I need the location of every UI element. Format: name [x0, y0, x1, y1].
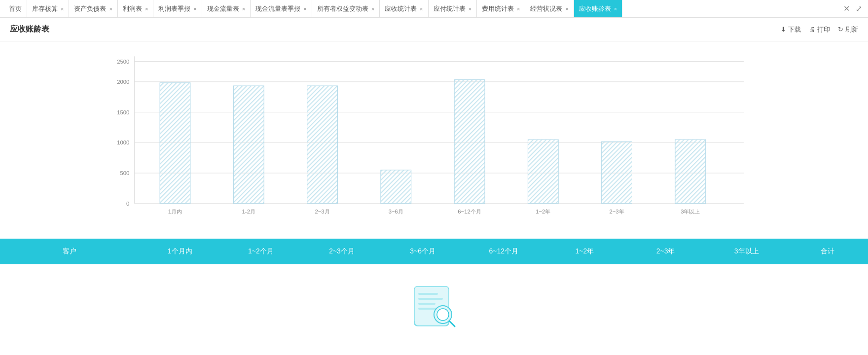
tab-ar-aging[interactable]: 应收账龄表 ×	[574, 0, 622, 18]
bar-1-2-year	[528, 140, 558, 204]
close-tab-expense-stat[interactable]: ×	[517, 6, 520, 12]
tab-equity[interactable]: 所有者权益变动表 ×	[312, 0, 380, 18]
tab-balance[interactable]: 资产负债表 ×	[69, 0, 117, 18]
close-window-button[interactable]: ✕	[841, 2, 852, 15]
page-title: 应收账龄表	[10, 24, 49, 35]
close-tab-ar-stat[interactable]: ×	[420, 6, 423, 12]
tab-profit[interactable]: 利润表 ×	[118, 0, 153, 18]
svg-text:1-2月: 1-2月	[242, 209, 255, 214]
close-tab-cashflow[interactable]: ×	[242, 6, 245, 12]
svg-text:2~3月: 2~3月	[315, 209, 329, 214]
svg-text:2~3年: 2~3年	[609, 209, 624, 214]
empty-state	[0, 264, 868, 348]
svg-text:2500: 2500	[117, 59, 129, 65]
bar-2-3-year	[602, 142, 632, 204]
close-tab-inventory[interactable]: ×	[61, 6, 64, 12]
bar-2-3-month	[307, 86, 338, 204]
empty-state-icon	[404, 279, 464, 333]
svg-text:1月内: 1月内	[168, 209, 182, 214]
col-6-12month: 6~12个月	[463, 247, 544, 256]
tab-cashflow-quarterly[interactable]: 现金流量表季报 ×	[251, 0, 312, 18]
col-1-2year: 1~2年	[544, 247, 625, 256]
bar-6-12-month	[454, 80, 485, 204]
bar-1-2-month	[233, 86, 264, 204]
tab-ap-stat[interactable]: 应付统计表 ×	[429, 0, 477, 18]
print-icon: 🖨	[809, 26, 815, 33]
svg-rect-24	[418, 298, 443, 300]
close-tab-ap-stat[interactable]: ×	[469, 6, 471, 12]
col-1-2month: 1~2个月	[220, 247, 301, 256]
close-tab-profit[interactable]: ×	[145, 6, 148, 12]
svg-text:3~6月: 3~6月	[389, 209, 403, 214]
svg-rect-23	[418, 293, 438, 295]
chart-svg-wrapper: 0 500 1000 1500 2000 2500 1月内 1-2月	[20, 51, 848, 224]
print-button[interactable]: 🖨 打印	[809, 25, 830, 34]
col-2-3year: 2~3年	[625, 247, 706, 256]
bar-3-6-month	[381, 170, 411, 204]
close-tab-ar-aging[interactable]: ×	[614, 6, 617, 12]
svg-text:1500: 1500	[117, 109, 129, 115]
bar-3-plus-year	[675, 140, 706, 204]
svg-text:1000: 1000	[117, 140, 129, 145]
download-icon: ⬇	[781, 26, 786, 33]
tab-ar-stat[interactable]: 应收统计表 ×	[380, 0, 428, 18]
col-customer: 客户	[0, 247, 140, 256]
svg-text:6~12个月: 6~12个月	[458, 209, 481, 214]
svg-rect-25	[418, 303, 435, 305]
download-button[interactable]: ⬇ 下载	[781, 25, 801, 34]
svg-text:500: 500	[120, 170, 129, 176]
tab-cashflow[interactable]: 现金流量表 ×	[202, 0, 251, 18]
chart-area: 0 500 1000 1500 2000 2500 1月内 1-2月	[0, 41, 868, 239]
col-3plus-year: 3年以上	[706, 247, 787, 256]
col-2-3month: 2~3个月	[301, 247, 382, 256]
close-tab-equity[interactable]: ×	[371, 6, 374, 12]
main-content: 0 500 1000 1500 2000 2500 1月内 1-2月	[0, 41, 868, 355]
tab-inventory[interactable]: 库存核算 ×	[27, 0, 69, 18]
close-tab-balance[interactable]: ×	[109, 6, 112, 12]
col-3-6month: 3~6个月	[382, 247, 463, 256]
col-1month: 1个月内	[140, 247, 220, 256]
svg-text:1~2年: 1~2年	[536, 209, 550, 214]
header-actions: ⬇ 下载 🖨 打印 ↻ 刷新	[781, 25, 858, 34]
bar-1-month	[160, 83, 190, 204]
table-header: 客户 1个月内 1~2个月 2~3个月 3~6个月 6~12个月 1~2年 2~…	[0, 239, 868, 264]
col-total: 合计	[787, 247, 868, 256]
tab-bar: 首页 库存核算 × 资产负债表 × 利润表 × 利润表季报 × 现金流量表 × …	[0, 0, 868, 18]
svg-text:2000: 2000	[117, 79, 129, 85]
maximize-window-button[interactable]: ⤢	[854, 2, 864, 15]
close-tab-profit-quarterly[interactable]: ×	[193, 6, 196, 12]
svg-point-28	[437, 309, 449, 320]
bar-chart: 0 500 1000 1500 2000 2500 1月内 1-2月	[20, 51, 848, 224]
tab-operations[interactable]: 经营状况表 ×	[525, 0, 574, 18]
svg-text:3年以上: 3年以上	[681, 209, 700, 214]
refresh-icon: ↻	[838, 26, 843, 33]
tab-home[interactable]: 首页	[4, 0, 27, 18]
svg-text:0: 0	[126, 201, 129, 207]
svg-line-29	[449, 321, 455, 326]
page-header: 应收账龄表 ⬇ 下载 🖨 打印 ↻ 刷新	[0, 18, 868, 41]
tab-expense-stat[interactable]: 费用统计表 ×	[477, 0, 525, 18]
close-tab-cashflow-quarterly[interactable]: ×	[303, 6, 306, 12]
tab-profit-quarterly[interactable]: 利润表季报 ×	[153, 0, 202, 18]
window-controls: ✕ ⤢	[841, 2, 864, 15]
close-tab-operations[interactable]: ×	[565, 6, 568, 12]
refresh-button[interactable]: ↻ 刷新	[838, 25, 858, 34]
